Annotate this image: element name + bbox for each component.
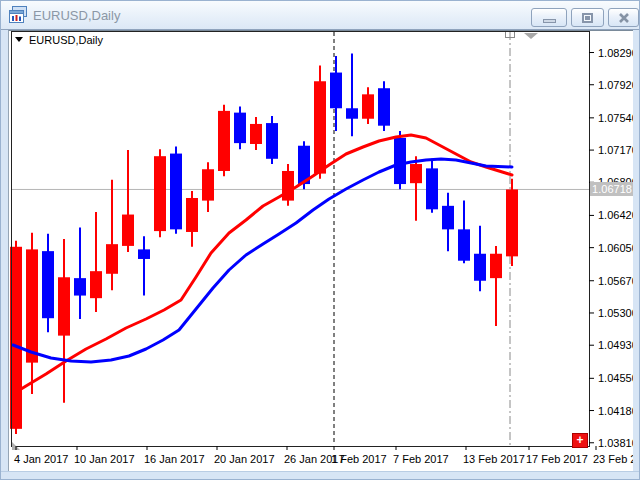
price-axis-label: 1.07920 bbox=[598, 79, 638, 91]
window-frame-bottom bbox=[1, 471, 640, 480]
candle bbox=[410, 156, 422, 220]
time-axis-label: 10 Jan 2017 bbox=[74, 453, 135, 465]
chart-plot-area[interactable] bbox=[1, 1, 640, 480]
candle bbox=[394, 131, 406, 189]
candle bbox=[330, 56, 342, 131]
candle bbox=[266, 116, 278, 164]
candle bbox=[58, 239, 70, 403]
candle bbox=[426, 159, 438, 213]
chevron-down-icon bbox=[15, 37, 23, 42]
time-axis-label: 20 Jan 2017 bbox=[214, 453, 275, 465]
price-axis-label: 1.06420 bbox=[598, 209, 638, 221]
symbol-label[interactable]: EURUSD,Daily bbox=[15, 34, 103, 46]
candle bbox=[250, 117, 262, 150]
candle bbox=[26, 233, 38, 394]
time-axis-label: 13 Feb 2017 bbox=[463, 453, 525, 465]
candle bbox=[346, 53, 358, 136]
candle bbox=[106, 180, 118, 291]
price-axis-label: 1.07170 bbox=[598, 144, 638, 156]
time-axis-label: 4 Jan 2017 bbox=[14, 453, 68, 465]
candle bbox=[490, 246, 502, 326]
price-axis-label: 1.04180 bbox=[598, 405, 638, 417]
candle bbox=[458, 201, 470, 264]
candle bbox=[282, 164, 294, 206]
candle bbox=[362, 87, 374, 124]
candle bbox=[234, 107, 246, 150]
candle bbox=[138, 236, 150, 295]
time-axis-label: 17 Feb 2017 bbox=[526, 453, 588, 465]
price-axis-label: 1.04930 bbox=[598, 339, 638, 351]
price-axis-label: 1.05300 bbox=[598, 307, 638, 319]
price-axis-label: 1.06050 bbox=[598, 242, 638, 254]
plus-button[interactable]: + bbox=[572, 433, 588, 448]
price-axis-label: 1.08290 bbox=[598, 47, 638, 59]
candle bbox=[154, 149, 166, 237]
time-axis-label: 16 Jan 2017 bbox=[144, 453, 205, 465]
price-axis-label: 1.04550 bbox=[598, 372, 638, 384]
time-axis-label: 7 Feb 2017 bbox=[393, 453, 449, 465]
candle bbox=[170, 147, 182, 234]
scroll-position-triangle-icon[interactable] bbox=[524, 33, 538, 39]
candle bbox=[378, 81, 390, 131]
current-price-tag: 1.06718 bbox=[590, 182, 634, 196]
chart-window: EURUSD,Daily EURUSD,Daily 1.082901.07920… bbox=[0, 0, 640, 480]
candle bbox=[202, 162, 214, 212]
candle bbox=[74, 228, 86, 319]
price-axis-label: 1.05670 bbox=[598, 275, 638, 287]
candle bbox=[90, 212, 102, 312]
candle bbox=[42, 234, 54, 332]
candle bbox=[474, 226, 486, 291]
candle bbox=[442, 193, 454, 251]
candle bbox=[218, 105, 230, 176]
time-axis-label: 1 Feb 2017 bbox=[331, 453, 387, 465]
price-axis-label: 1.03810 bbox=[598, 437, 638, 449]
candle bbox=[122, 150, 134, 252]
candle bbox=[506, 179, 518, 266]
price-axis-label: 1.07540 bbox=[598, 112, 638, 124]
window-frame-right bbox=[633, 30, 640, 480]
candle bbox=[186, 191, 198, 247]
candle bbox=[314, 66, 326, 179]
plot-border bbox=[12, 32, 590, 447]
